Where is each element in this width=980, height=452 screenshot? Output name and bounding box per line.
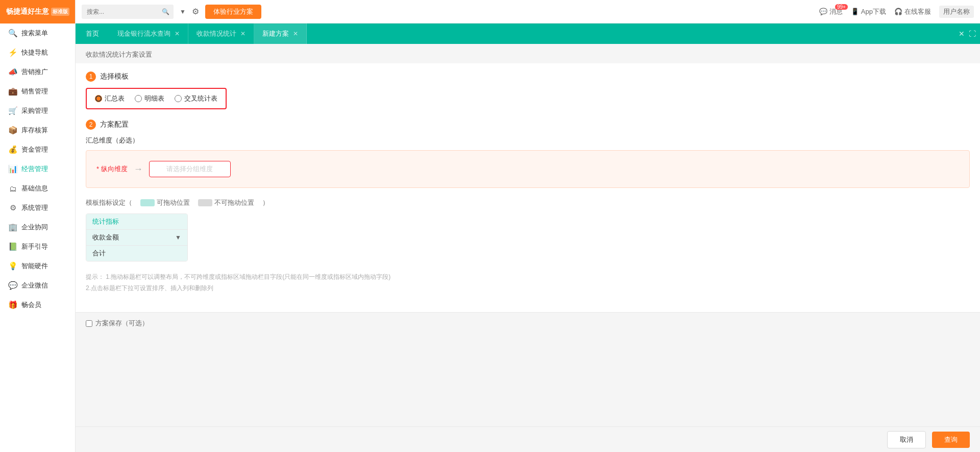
indicator-section-label-prefix: 模板指标设定（ [86, 198, 132, 207]
legend-non-draggable: 不可拖动位置 [198, 198, 254, 207]
operations-icon: 📊 [8, 164, 17, 174]
step1-number: 1 [86, 72, 96, 82]
sidebar-item-hardware[interactable]: 💡 智能硬件 [0, 256, 75, 276]
message-icon: 💬 [819, 8, 827, 15]
step2-number: 2 [86, 120, 96, 130]
maximize-icon[interactable]: ⛶ [969, 30, 976, 38]
dropdown-arrow[interactable]: ▼ [180, 8, 186, 15]
step1-block: 1 选择模板 汇总表 明细表 交叉统计表 [86, 72, 970, 109]
hardware-icon: 💡 [8, 261, 17, 271]
sidebar-item-label: 资金管理 [21, 145, 48, 154]
dimension-select-button[interactable]: 请选择分组维度 [149, 161, 231, 177]
sidebar-item-sales[interactable]: 💼 销售管理 [0, 82, 75, 101]
sidebar-item-label: 基础信息 [21, 184, 48, 193]
non-draggable-label: 不可拖动位置 [214, 198, 254, 207]
messages-item[interactable]: 💬 消息 99+ [819, 7, 843, 16]
sidebar-item-enterprise[interactable]: 🏢 企业协同 [0, 218, 75, 237]
radio-huizong[interactable]: 汇总表 [95, 94, 125, 103]
sidebar-item-basic[interactable]: 🗂 基础信息 [0, 179, 75, 198]
sidebar-item-member[interactable]: 🎁 畅会员 [0, 295, 75, 315]
step1-title: 选择模板 [100, 72, 129, 81]
purchase-icon: 🛒 [8, 106, 17, 115]
topbar: 🔍 ▼ ⚙ 体验行业方案 💬 消息 99+ 📱 App下载 🎧 在线客服 用户名… [76, 0, 980, 23]
sidebar-item-label: 销售管理 [21, 87, 48, 96]
sidebar-item-label: 快捷导航 [21, 48, 48, 57]
draggable-legend-box [140, 199, 155, 206]
indicator-amount-label: 收款金额 [92, 233, 119, 242]
tab-home[interactable]: 首页 [76, 23, 109, 44]
finance-icon: 💰 [8, 145, 17, 154]
close-window-icon[interactable]: ✕ [959, 30, 965, 38]
user-info[interactable]: 用户名称 [939, 6, 974, 18]
tab-close-newplan[interactable]: ✕ [293, 30, 298, 37]
sidebar-item-label: 搜索菜单 [21, 29, 48, 38]
sidebar-item-search[interactable]: 🔍 搜索菜单 [0, 23, 75, 43]
wechat-icon: 💬 [8, 281, 17, 290]
indicator-table: 统计指标 收款金额 ▼ 合计 [86, 213, 188, 261]
settings-icon[interactable]: ⚙ [192, 7, 199, 16]
industry-solution-button[interactable]: 体验行业方案 [205, 5, 261, 19]
chevron-down-icon: ▼ [175, 234, 181, 241]
radio-jiacha-label: 交叉统计表 [184, 94, 217, 103]
sidebar-item-finance[interactable]: 💰 资金管理 [0, 140, 75, 159]
sidebar-item-label: 智能硬件 [21, 261, 48, 271]
bottom-bar: 取消 查询 [76, 426, 980, 452]
dimension-arrow: → [134, 164, 143, 175]
radio-jiacha[interactable]: 交叉统计表 [175, 94, 217, 103]
sidebar-item-label: 采购管理 [21, 106, 48, 115]
tab-close-cashflow[interactable]: ✕ [175, 30, 180, 37]
radio-huizong-label: 汇总表 [105, 94, 125, 103]
system-icon: ⚙ [8, 203, 17, 212]
radio-huizong-input[interactable] [95, 95, 102, 102]
content-area: 收款情况统计方案设置 1 选择模板 汇总表 明细表 [76, 44, 980, 426]
sidebar-item-marketing[interactable]: 📣 营销推广 [0, 62, 75, 82]
indicator-total: 合计 [86, 246, 187, 261]
step1-header: 1 选择模板 [86, 72, 970, 82]
tab-new-plan[interactable]: 新建方案 ✕ [254, 23, 307, 44]
download-item[interactable]: 📱 App下载 [851, 7, 886, 16]
dimension-area: 纵向维度 → 请选择分组维度 [86, 150, 970, 188]
sidebar-item-guide[interactable]: 📗 新手引导 [0, 237, 75, 256]
guide-icon: 📗 [8, 242, 17, 251]
indicator-cell-amount[interactable]: 收款金额 ▼ [86, 230, 187, 246]
tip-1: 提示： 1.拖动标题栏可以调整布局，不可跨维度或指标区域拖动栏目字段(只能在同一… [86, 272, 970, 283]
template-select-box: 汇总表 明细表 交叉统计表 [86, 88, 227, 109]
radio-mingxi-input[interactable] [135, 95, 142, 102]
sidebar-item-nav[interactable]: ⚡ 快捷导航 [0, 43, 75, 62]
tip-area: 提示： 1.拖动标题栏可以调整布局，不可跨维度或指标区域拖动栏目字段(只能在同一… [86, 272, 970, 294]
sales-icon: 💼 [8, 87, 17, 96]
draggable-label: 可拖动位置 [157, 198, 190, 207]
tab-receipts[interactable]: 收款情况统计 ✕ [188, 23, 254, 44]
radio-mingxi[interactable]: 明细表 [135, 94, 164, 103]
cancel-button[interactable]: 取消 [887, 431, 926, 448]
sidebar-item-wechat[interactable]: 💬 企业微信 [0, 276, 75, 295]
save-checkbox[interactable] [86, 320, 92, 327]
topbar-right: 💬 消息 99+ 📱 App下载 🎧 在线客服 用户名称 [819, 6, 974, 18]
step2-block: 2 方案配置 汇总维度（必选） 纵向维度 → 请选择分组维度 模板指标设定（ [86, 120, 970, 294]
indicator-hint: 模板指标设定（ 可拖动位置 不可拖动位置 ） [86, 198, 970, 207]
download-label: App下载 [861, 7, 886, 16]
query-button[interactable]: 查询 [932, 432, 970, 448]
legend-draggable: 可拖动位置 [140, 198, 190, 207]
save-option: 方案保存（可选） [76, 312, 980, 334]
sidebar-item-purchase[interactable]: 🛒 采购管理 [0, 101, 75, 121]
sidebar-item-operations[interactable]: 📊 经营管理 [0, 159, 75, 179]
sidebar-item-label: 经营管理 [21, 164, 48, 174]
search-wrap: 🔍 [82, 5, 174, 19]
sidebar-item-inventory[interactable]: 📦 库存核算 [0, 121, 75, 140]
search-input[interactable] [82, 5, 174, 19]
radio-jiacha-input[interactable] [175, 95, 182, 102]
service-item[interactable]: 🎧 在线客服 [894, 7, 931, 16]
tab-cashflow[interactable]: 现金银行流水查询 ✕ [109, 23, 188, 44]
sidebar-item-label: 新手引导 [21, 242, 48, 251]
dimension-section-label: 汇总维度（必选） [86, 136, 970, 145]
service-icon: 🎧 [894, 8, 902, 15]
enterprise-icon: 🏢 [8, 223, 17, 232]
tab-close-receipts[interactable]: ✕ [240, 30, 246, 37]
step2-header: 2 方案配置 [86, 120, 970, 130]
tabbar: 首页 现金银行流水查询 ✕ 收款情况统计 ✕ 新建方案 ✕ ✕ ⛶ [76, 23, 980, 44]
sidebar-item-system[interactable]: ⚙ 系统管理 [0, 198, 75, 218]
vertical-dimension-label: 纵向维度 [96, 164, 128, 174]
inventory-icon: 📦 [8, 126, 17, 135]
nav-icon: ⚡ [8, 48, 17, 57]
